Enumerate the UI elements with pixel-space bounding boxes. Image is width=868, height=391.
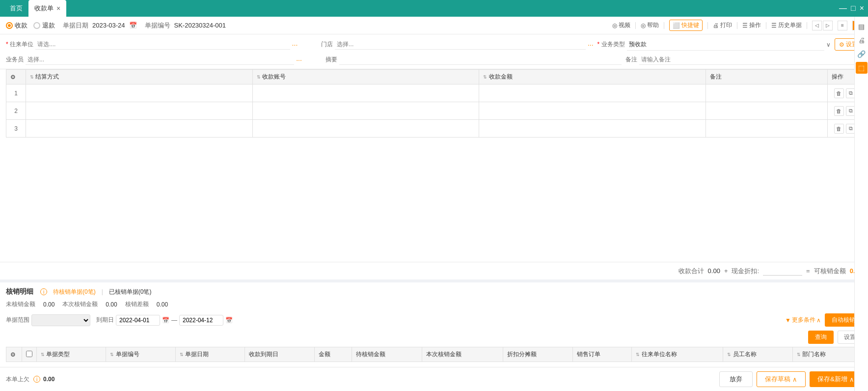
sort-staff-icon: ⇅ — [727, 352, 731, 357]
row-2-remark[interactable] — [706, 102, 828, 120]
row-3-settlement[interactable] — [26, 120, 253, 138]
tab-receipt[interactable]: 收款单 × — [28, 0, 66, 17]
biz-type-label: 业务类型 — [597, 40, 625, 49]
row-2-account[interactable] — [252, 102, 479, 120]
form-row-2: 业务员 ··· 摘要 备注 — [6, 55, 862, 65]
select-all-checkbox[interactable] — [26, 351, 32, 357]
history-btn[interactable]: ☰ 历史单据 — [771, 21, 802, 29]
tab-home[interactable]: 首页 — [4, 0, 28, 17]
panel-print-icon[interactable]: 🖨 — [856, 34, 868, 46]
discount-label: 现金折扣: — [732, 267, 759, 276]
summary-field: 摘要 — [326, 55, 622, 65]
bottom-gear-col[interactable]: ⚙ — [6, 347, 22, 362]
diff-value: 0.00 — [157, 301, 168, 308]
table-section: ⚙ ⇅ 结算方式 ⇅ 收款账号 ⇅ 收款金额 备注 — [0, 69, 868, 260]
row-1-account[interactable] — [252, 84, 479, 102]
biz-type-field: 业务类型 预收款 ∨ — [597, 39, 831, 51]
calendar-from-icon[interactable]: 📅 — [162, 317, 169, 324]
history-icon: ☰ — [771, 22, 777, 29]
radio-refund[interactable]: 退款 — [33, 21, 55, 30]
toolbar-actions: ◎ 视频 ◎ 帮助 ⬜ 快捷键 🖨 打印 ☰ 操作 — [612, 20, 862, 31]
panel-table-icon[interactable]: ▤ — [856, 21, 868, 32]
doc-date-label: 单据日期 — [63, 21, 88, 30]
remark-input[interactable] — [639, 55, 862, 65]
bottom-col-num: ⇅ 单据编号 — [106, 347, 175, 362]
shortcut-btn[interactable]: ⬜ 快捷键 — [669, 20, 703, 31]
counterpart-more-icon[interactable]: ··· — [292, 41, 298, 49]
bottom-table: ⚙ ⇅ 单据类型 ⇅ 单据编号 ⇅ 单据日期 — [6, 347, 862, 362]
col-amount: ⇅ 收款金额 — [479, 70, 706, 84]
operate-btn[interactable]: ☰ 操作 — [742, 21, 761, 29]
biz-type-dropdown-icon[interactable]: ∨ — [826, 41, 831, 48]
nav-next-btn[interactable]: ▷ — [823, 21, 833, 30]
row-1-delete-icon[interactable]: 🗑 — [834, 88, 844, 98]
row-1-amount[interactable] — [479, 84, 706, 102]
counterpart-field: 往来单位 ··· — [6, 39, 298, 50]
shop-more-icon[interactable]: ··· — [588, 41, 594, 49]
calendar-icon[interactable]: 📅 — [129, 22, 137, 29]
receipt-type-group: 收款 退款 — [6, 21, 55, 30]
query-btn[interactable]: 查询 — [808, 331, 834, 344]
divider4 — [737, 22, 737, 29]
doc-amount-info-icon[interactable]: i — [33, 376, 40, 383]
bottom-col-sales: 销售订单 — [573, 347, 632, 362]
bottom-col-type: ⇅ 单据类型 — [37, 347, 106, 362]
help-label: 帮助 — [647, 21, 659, 29]
operate-icon: ☰ — [742, 22, 748, 29]
current-value: 0.00 — [106, 301, 117, 308]
date-from-input[interactable] — [116, 315, 160, 326]
panel-link-icon[interactable]: 🔗 — [856, 48, 868, 60]
reconcile-info-icon[interactable]: i — [40, 288, 47, 295]
doc-amount-value: 0.00 — [43, 376, 54, 383]
doc-info: 单据日期 2023-03-24 📅 单据编号 SK-20230324-001 — [63, 21, 226, 30]
staff-input[interactable] — [26, 55, 294, 65]
calendar-to-icon[interactable]: 📅 — [225, 317, 233, 324]
window-restore-icon[interactable]: □ — [851, 4, 856, 13]
video-btn[interactable]: ◎ 视频 — [612, 21, 630, 29]
sort-type-icon: ⇅ — [41, 352, 45, 357]
nav-prev-btn[interactable]: ◁ — [812, 21, 822, 30]
reconcile-stats: 未核销金额 0.00 本次核销金额 0.00 核销差额 0.00 — [6, 300, 862, 308]
table-gear-col[interactable]: ⚙ — [6, 70, 26, 84]
shop-input[interactable] — [335, 39, 586, 50]
divider5 — [766, 22, 766, 29]
range-select[interactable] — [31, 314, 90, 326]
range-label: 单据范围 — [6, 316, 29, 324]
window-close-icon[interactable]: × — [860, 4, 864, 13]
row-1-remark[interactable] — [706, 84, 828, 102]
row-2-delete-icon[interactable]: 🗑 — [834, 106, 844, 116]
staff-more-icon[interactable]: ··· — [296, 56, 302, 64]
shortcut-icon: ⬜ — [673, 22, 680, 29]
tab-close-icon[interactable]: × — [56, 4, 60, 12]
biz-type-value[interactable]: 预收款 — [627, 39, 824, 51]
row-3-account[interactable] — [252, 120, 479, 138]
row-1-settlement[interactable] — [26, 84, 253, 102]
list-view-btn[interactable]: ≡ — [838, 21, 847, 30]
print-btn[interactable]: 🖨 打印 — [713, 21, 732, 29]
table-gear-icon[interactable]: ⚙ — [10, 74, 16, 81]
counterpart-input[interactable] — [35, 39, 290, 50]
more-filter-btn[interactable]: ▼ 更多条件 ∧ — [785, 316, 821, 324]
row-3-delete-icon[interactable]: 🗑 — [834, 124, 844, 134]
radio-receive[interactable]: 收款 — [6, 21, 27, 30]
help-btn[interactable]: ◎ 帮助 — [641, 21, 659, 29]
row-3-amount[interactable] — [479, 120, 706, 138]
divider3 — [707, 22, 708, 29]
settings-gear-icon: ⚙ — [839, 41, 844, 48]
discount-input[interactable] — [763, 266, 802, 276]
done-tab[interactable]: 已核销单据(0笔) — [109, 288, 152, 296]
remark-label: 备注 — [625, 56, 637, 64]
chevron-up-icon: ∧ — [816, 317, 821, 324]
window-min-icon[interactable]: — — [839, 4, 847, 13]
date-to-input[interactable] — [179, 315, 223, 326]
discard-btn[interactable]: 放弃 — [719, 371, 753, 387]
row-3-remark[interactable] — [706, 120, 828, 138]
pending-tab[interactable]: 待核销单据(0笔) — [53, 288, 96, 296]
bottom-col-dept: ⇅ 部门名称 — [792, 347, 862, 362]
tab-bar: 首页 收款单 × — □ × — [0, 0, 868, 17]
save-draft-btn[interactable]: 保存草稿 ∧ — [757, 371, 806, 387]
panel-expand-icon[interactable]: ⬚ — [856, 62, 868, 74]
row-2-settlement[interactable] — [26, 102, 253, 120]
row-2-amount[interactable] — [479, 102, 706, 120]
summary-input[interactable] — [339, 55, 622, 65]
